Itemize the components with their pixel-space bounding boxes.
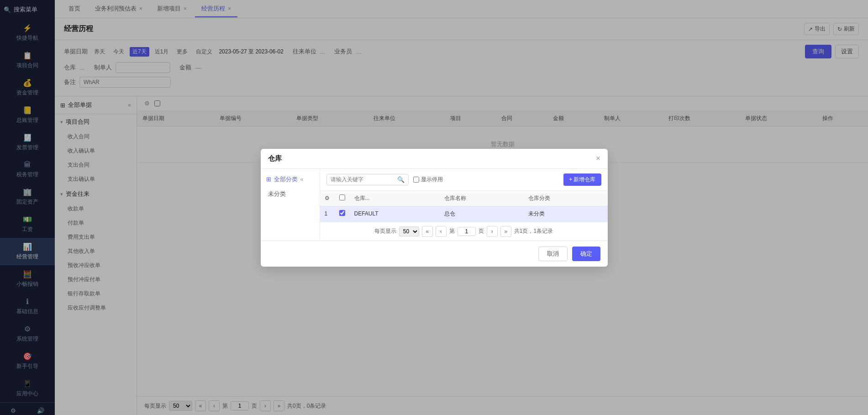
warehouse-modal: 仓库 × ⊞ 全部分类 « 未分类 xyxy=(261,149,608,267)
row-checkbox[interactable] xyxy=(339,210,345,216)
show-disabled-label: 显示停用 xyxy=(421,176,443,184)
row-code: DEFAULT xyxy=(350,206,440,221)
unclassified-label: 未分类 xyxy=(268,190,286,198)
col-warehouse-category: 仓库分类 xyxy=(524,191,608,206)
modal-footer: 取消 确定 xyxy=(261,241,608,267)
table-row[interactable]: 1 DEFAULT 总仓 未分类 xyxy=(320,206,608,221)
modal-page-unit: 页 xyxy=(479,227,484,235)
col-checkbox xyxy=(335,191,350,206)
modal-pagination: 每页显示 50 « ‹ 第 页 › » 共1页，1条记录 xyxy=(320,222,608,241)
modal-overlay[interactable]: 仓库 × ⊞ 全部分类 « 未分类 xyxy=(0,0,868,415)
col-warehouse-name: 仓库名称 xyxy=(440,191,524,206)
col-settings: ⚙ xyxy=(320,191,335,206)
modal-page-size-select[interactable]: 50 xyxy=(399,226,419,236)
warehouse-table: ⚙ 仓库... 仓库名称 仓库分类 1 DEFAULT xyxy=(320,191,608,222)
modal-body: ⊞ 全部分类 « 未分类 🔍 显示停用 xyxy=(261,169,608,241)
modal-page-label: 第 xyxy=(449,227,455,235)
row-category: 未分类 xyxy=(524,206,608,221)
col-warehouse-code: 仓库... xyxy=(350,191,440,206)
row-index: 1 xyxy=(320,206,335,221)
modal-next-btn[interactable]: › xyxy=(487,226,498,237)
show-disabled-checkbox[interactable] xyxy=(413,177,419,183)
cancel-button[interactable]: 取消 xyxy=(538,247,568,261)
modal-left-title: 全部分类 xyxy=(274,175,298,184)
modal-right: 🔍 显示停用 + 新增仓库 ⚙ xyxy=(320,169,608,241)
modal-page-size-label: 每页显示 xyxy=(374,227,396,235)
modal-last-btn[interactable]: » xyxy=(500,226,511,237)
modal-total-info: 共1页，1条记录 xyxy=(514,227,553,235)
modal-toolbar: 🔍 显示停用 + 新增仓库 xyxy=(320,169,608,191)
modal-close-btn[interactable]: × xyxy=(596,154,600,163)
add-warehouse-button[interactable]: + 新增仓库 xyxy=(563,173,601,186)
modal-left-panel: ⊞ 全部分类 « 未分类 xyxy=(261,169,320,241)
modal-first-btn[interactable]: « xyxy=(422,226,433,237)
select-all-checkbox[interactable] xyxy=(339,194,345,200)
modal-left-collapse-btn[interactable]: « xyxy=(300,176,304,183)
modal-search-input[interactable] xyxy=(331,176,395,183)
modal-title: 仓库 xyxy=(268,154,282,163)
modal-search-icon[interactable]: 🔍 xyxy=(397,176,405,183)
row-checkbox-cell[interactable] xyxy=(335,206,350,221)
modal-header: 仓库 × xyxy=(261,149,608,169)
modal-left-item-unclassified[interactable]: 未分类 xyxy=(261,186,320,202)
modal-left-grid-icon: ⊞ xyxy=(266,176,271,183)
modal-table: ⚙ 仓库... 仓库名称 仓库分类 1 DEFAULT xyxy=(320,191,608,222)
search-input-wrapper[interactable]: 🔍 xyxy=(326,174,409,185)
confirm-button[interactable]: 确定 xyxy=(572,247,600,261)
warehouse-table-header: ⚙ 仓库... 仓库名称 仓库分类 xyxy=(320,191,608,206)
row-name: 总仓 xyxy=(440,206,524,221)
modal-prev-btn[interactable]: ‹ xyxy=(436,226,447,237)
show-disabled-checkbox-label[interactable]: 显示停用 xyxy=(413,176,443,184)
modal-left-header: ⊞ 全部分类 « xyxy=(261,173,320,186)
modal-page-input[interactable] xyxy=(458,227,476,236)
